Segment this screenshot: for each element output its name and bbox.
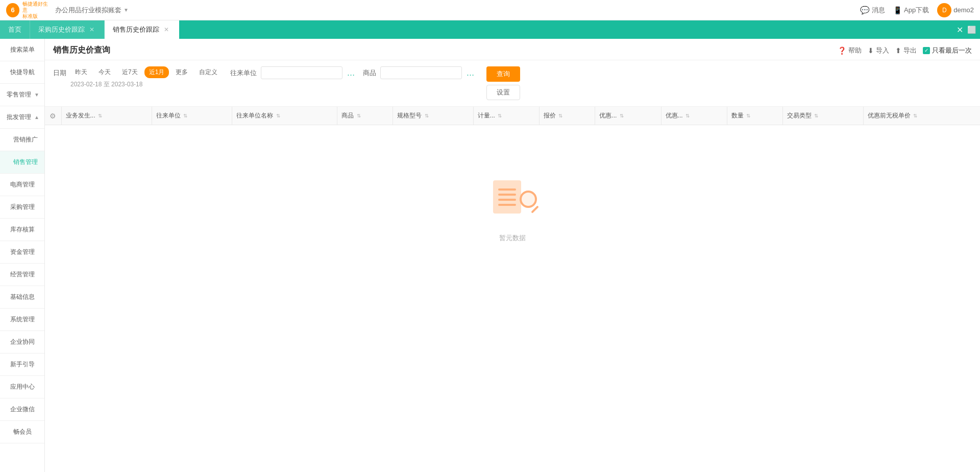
message-icon: 💬 bbox=[860, 6, 870, 15]
quick-nav-label: 快捷导航 bbox=[10, 68, 35, 77]
date-btn-yesterday[interactable]: 昨天 bbox=[70, 66, 92, 78]
chevron-down-icon: ▼ bbox=[34, 92, 39, 98]
sort-icon: ⇅ bbox=[276, 113, 280, 119]
user-info[interactable]: D demo2 bbox=[937, 3, 974, 17]
partner-input-group: … bbox=[261, 66, 355, 79]
page-title: 销售历史价查询 bbox=[53, 45, 110, 56]
th-spec[interactable]: 规格型号 ⇅ bbox=[393, 107, 473, 125]
th-trade-type[interactable]: 交易类型 ⇅ bbox=[783, 107, 863, 125]
sort-icon: ⇅ bbox=[814, 113, 818, 119]
empty-text: 暂元数据 bbox=[499, 233, 526, 243]
sidebar-item-app-center[interactable]: 应用中心 bbox=[0, 376, 44, 398]
query-button[interactable]: 查询 bbox=[486, 66, 520, 82]
date-btn-today[interactable]: 今天 bbox=[94, 66, 115, 78]
goods-input-group: … bbox=[380, 66, 474, 79]
sidebar-item-enterprise[interactable]: 企业协同 bbox=[0, 331, 44, 353]
th-biz-date[interactable]: 业务发生... ⇅ bbox=[61, 107, 152, 125]
partner-filter-label: 往来单位 bbox=[230, 66, 257, 78]
partner-filter-group: 往来单位 … bbox=[230, 66, 355, 79]
tab-sales-history[interactable]: 销售历史价跟踪 ✕ bbox=[105, 20, 179, 39]
only-last-wrapper[interactable]: ✓ 只看最后一次 bbox=[923, 46, 972, 55]
import-btn[interactable]: ⬇ 导入 bbox=[868, 46, 889, 55]
th-discount1[interactable]: 优惠... ⇅ bbox=[595, 107, 661, 125]
sidebar-item-wholesale-mgmt[interactable]: 批发管理 ▲ bbox=[0, 106, 44, 129]
sidebar-item-sales-mgmt[interactable]: 销售管理 bbox=[0, 151, 44, 174]
help-btn[interactable]: ❓ 帮助 bbox=[838, 46, 862, 55]
finance-mgmt-label: 资金管理 bbox=[10, 248, 35, 256]
goods-dots-btn[interactable]: … bbox=[466, 68, 474, 78]
sidebar-item-enterprise-wechat[interactable]: 企业微信 bbox=[0, 398, 44, 421]
date-btn-custom[interactable]: 自定义 bbox=[194, 66, 222, 78]
th-price-no-tax[interactable]: 优惠前无税单价 ⇅ bbox=[863, 107, 980, 125]
marketing-label: 营销推广 bbox=[13, 135, 38, 144]
sort-icon: ⇅ bbox=[558, 113, 562, 119]
ecomm-mgmt-label: 电商管理 bbox=[10, 180, 35, 189]
enterprise-label: 企业协同 bbox=[10, 338, 35, 346]
maximize-btn[interactable]: ⬜ bbox=[967, 26, 976, 34]
th-quoted-price[interactable]: 报价 ⇅ bbox=[540, 107, 595, 125]
system-mgmt-label: 系统管理 bbox=[10, 315, 35, 324]
sidebar-item-search-menu[interactable]: 搜索菜单 bbox=[0, 39, 44, 61]
enterprise-wechat-label: 企业微信 bbox=[10, 405, 35, 414]
new-guide-label: 新手引导 bbox=[10, 360, 35, 369]
tab-purchase-history[interactable]: 采购历史价跟踪 ✕ bbox=[30, 20, 105, 39]
settings-button[interactable]: 设置 bbox=[486, 85, 520, 100]
close-window-btn[interactable]: ✕ bbox=[957, 25, 963, 35]
th-partner-name[interactable]: 往来单位名称 ⇅ bbox=[232, 107, 337, 125]
th-goods[interactable]: 商品 ⇅ bbox=[337, 107, 393, 125]
tab-bar: 首页 采购历史价跟踪 ✕ 销售历史价跟踪 ✕ ✕ ⬜ bbox=[0, 20, 980, 39]
top-bar: 6 畅捷通好生意 标准版 办公用品行业模拟账套 ▼ 💬 消息 📱 App下载 D… bbox=[0, 0, 980, 20]
date-btn-7days[interactable]: 近7天 bbox=[117, 66, 142, 78]
sidebar-item-marketing[interactable]: 营销推广 bbox=[0, 129, 44, 151]
sidebar-item-new-guide[interactable]: 新手引导 bbox=[0, 353, 44, 376]
app-center-label: 应用中心 bbox=[10, 383, 35, 391]
tab-home[interactable]: 首页 bbox=[0, 20, 30, 39]
only-last-label: 只看最后一次 bbox=[932, 46, 972, 55]
sidebar-item-retail-mgmt[interactable]: 零售管理 ▼ bbox=[0, 84, 44, 106]
app-download-btn[interactable]: 📱 App下载 bbox=[893, 6, 929, 15]
sidebar-item-member[interactable]: 畅会员 bbox=[0, 421, 44, 443]
th-qty[interactable]: 数量 ⇅ bbox=[727, 107, 782, 125]
top-right: 💬 消息 📱 App下载 D demo2 bbox=[860, 3, 974, 17]
partner-input[interactable] bbox=[261, 66, 342, 79]
username: demo2 bbox=[953, 6, 974, 14]
date-btn-1month[interactable]: 近1月 bbox=[144, 66, 169, 78]
tab-sales-history-label: 销售历史价跟踪 bbox=[113, 25, 159, 34]
sidebar-item-basic-info[interactable]: 基础信息 bbox=[0, 286, 44, 309]
data-table: ⚙ 业务发生... ⇅ 往来单位 ⇅ 往来单位名称 ⇅ bbox=[45, 107, 980, 125]
goods-input[interactable] bbox=[380, 66, 462, 79]
breadcrumb-dropdown[interactable]: 办公用品行业模拟账套 ▼ bbox=[55, 6, 129, 15]
th-settings: ⚙ bbox=[45, 107, 61, 125]
page-actions: ❓ 帮助 ⬇ 导入 ⬆ 导出 ✓ 只看最后一次 bbox=[838, 46, 972, 55]
help-icon: ❓ bbox=[838, 46, 846, 55]
th-discount2[interactable]: 优惠... ⇅ bbox=[661, 107, 727, 125]
sales-mgmt-label: 销售管理 bbox=[13, 158, 38, 167]
sidebar-item-quick-nav[interactable]: 快捷导航 bbox=[0, 61, 44, 84]
search-menu-label: 搜索菜单 bbox=[10, 45, 35, 54]
sidebar-item-purchase-mgmt[interactable]: 采购管理 bbox=[0, 196, 44, 219]
partner-dots-btn[interactable]: … bbox=[347, 68, 355, 78]
gear-icon[interactable]: ⚙ bbox=[50, 112, 56, 120]
tab-sales-history-close[interactable]: ✕ bbox=[162, 26, 170, 34]
chevron-up-icon: ▲ bbox=[34, 114, 39, 120]
logo-icon: 6 bbox=[6, 3, 19, 17]
sidebar-item-inventory[interactable]: 库存核算 bbox=[0, 219, 44, 241]
th-partner-code[interactable]: 往来单位 ⇅ bbox=[152, 107, 232, 125]
sort-icon: ⇅ bbox=[357, 113, 361, 119]
sidebar-item-system-mgmt[interactable]: 系统管理 bbox=[0, 309, 44, 331]
sidebar-item-ecomm-mgmt[interactable]: 电商管理 bbox=[0, 174, 44, 196]
table-header-row: ⚙ 业务发生... ⇅ 往来单位 ⇅ 往来单位名称 ⇅ bbox=[45, 107, 980, 125]
help-label: 帮助 bbox=[848, 46, 862, 55]
filter-area: 日期 昨天 今天 近7天 近1月 更多 自定义 2023-02-18 至 202… bbox=[45, 60, 980, 107]
message-btn[interactable]: 💬 消息 bbox=[860, 6, 885, 15]
only-last-checkbox[interactable]: ✓ bbox=[923, 47, 930, 54]
tab-purchase-history-close[interactable]: ✕ bbox=[88, 26, 96, 34]
th-unit[interactable]: 计量... ⇅ bbox=[473, 107, 539, 125]
sort-icon: ⇅ bbox=[98, 113, 102, 119]
sidebar-item-operations-mgmt[interactable]: 经营管理 bbox=[0, 264, 44, 286]
date-btn-more[interactable]: 更多 bbox=[171, 66, 192, 78]
sidebar-item-finance-mgmt[interactable]: 资金管理 bbox=[0, 241, 44, 264]
export-btn[interactable]: ⬆ 导出 bbox=[895, 46, 917, 55]
doc-shape bbox=[493, 180, 521, 214]
app-download-label: App下载 bbox=[904, 6, 929, 15]
